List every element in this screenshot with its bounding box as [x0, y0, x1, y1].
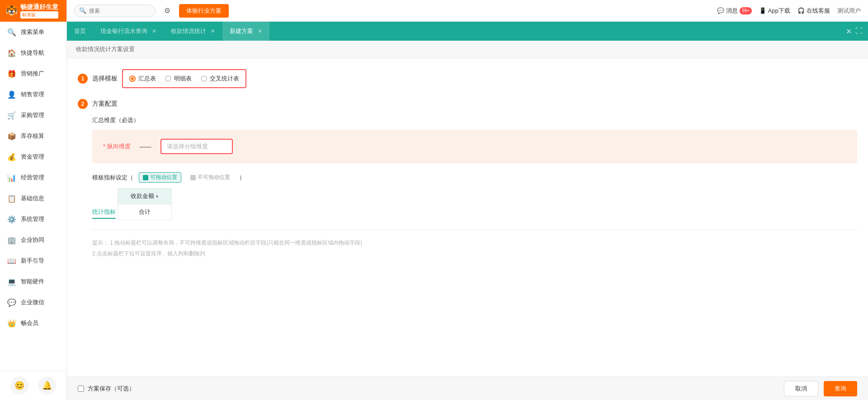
sidebar-logo: 🐯 畅捷通好生意 标准版	[0, 0, 66, 22]
dimension-select[interactable]: 请选择分组维度	[160, 139, 233, 154]
message-btn[interactable]: 💬 消息 99+	[717, 7, 752, 15]
sidebar-item-enterprise[interactable]: 🏢 企业协同	[0, 230, 66, 250]
step2-title: 方案配置	[92, 100, 118, 108]
username-label: 测试用户	[837, 7, 861, 15]
divider	[92, 230, 857, 230]
search-input[interactable]	[89, 8, 148, 14]
money-icon: 💰	[7, 152, 16, 161]
content-area: 1 选择模板 汇总表 明细表 交叉统计表	[67, 58, 868, 394]
main-content: 收款情况统计方案设置 1 选择模板 汇总表 明细表	[67, 41, 868, 400]
sidebar-item-member[interactable]: 👑 畅会员	[0, 313, 66, 334]
save-checkbox[interactable]	[78, 386, 84, 392]
dimension-area: * 纵向维度 —— 请选择分组维度	[92, 130, 857, 163]
gear-icon: ⚙️	[7, 215, 16, 224]
dimension-arrow: ——	[140, 143, 151, 150]
search-icon: 🔍	[79, 7, 86, 14]
dimension-select-placeholder: 请选择分组维度	[167, 142, 208, 151]
sidebar-logo-badge: 标准版	[20, 11, 58, 19]
step1-header: 1 选择模板 汇总表 明细表 交叉统计表	[78, 69, 857, 88]
non-draggable-badge: 不可拖动位置	[187, 173, 234, 182]
header-right: 💬 消息 99+ 📱 App下载 🎧 在线客服 测试用户	[717, 7, 861, 15]
sidebar-item-quick-nav[interactable]: 🏠 快捷导航	[0, 42, 66, 63]
service-icon: 🎧	[797, 7, 805, 14]
radio-crosstab[interactable]: 交叉统计表	[201, 75, 239, 83]
sidebar-item-finance[interactable]: 💰 资金管理	[0, 146, 66, 167]
sidebar-logo-text: 畅捷通好生意	[20, 3, 58, 11]
sidebar-item-sales[interactable]: 👤 销售管理	[0, 84, 66, 105]
message-icon: 💬	[717, 7, 724, 14]
download-icon: 📱	[759, 7, 766, 14]
tabbar-right: ✕ ⛶	[846, 27, 868, 36]
metrics-cell-subtotal: 合计	[118, 204, 171, 220]
tab-close-new-plan[interactable]: ✕	[258, 28, 262, 34]
step1-section: 1 选择模板 汇总表 明细表 交叉统计表	[78, 69, 857, 88]
sidebar-bottom-btn-2[interactable]: 🔔	[38, 376, 56, 395]
sidebar-item-marketing[interactable]: 🎁 营销推广	[0, 63, 66, 84]
sidebar-item-management[interactable]: 📊 经营管理	[0, 167, 66, 188]
save-label: 方案保存（可选）	[88, 385, 135, 393]
footer-left: 方案保存（可选）	[78, 385, 135, 393]
metrics-header: 模板指标设定（ 可拖动位置 不可拖动位置 ）	[92, 172, 857, 183]
step1-title: 选择模板	[92, 75, 118, 83]
metrics-table: 收款金额 ▾ 合计	[118, 188, 172, 220]
maximize-btn[interactable]: ⛶	[855, 27, 863, 35]
online-service-btn[interactable]: 🎧 在线客服	[797, 7, 830, 15]
stats-label: 统计指标	[92, 208, 116, 219]
close-tab-btn[interactable]: ✕	[846, 27, 852, 36]
footer: 方案保存（可选） 取消 查询	[67, 376, 868, 400]
sidebar: 🐯 畅捷通好生意 标准版 🔍 搜索菜单 🏠 快捷导航 🎁 营销推广 👤 销售管理…	[0, 0, 67, 400]
draggable-badge: 可拖动位置	[139, 172, 181, 183]
app-download-btn[interactable]: 📱 App下载	[759, 7, 790, 15]
tab-collection-stats[interactable]: 收款情况统计 ✕	[164, 22, 222, 41]
trial-btn[interactable]: 体验行业方案	[179, 4, 229, 18]
sidebar-item-guide[interactable]: 📖 新手引导	[0, 250, 66, 271]
tips-area: 提示： 1.拖动标题栏可以调整布局，不可跨维度或指标区域拖动栏目字段(只能在同一…	[92, 237, 857, 259]
cancel-button[interactable]: 取消	[784, 381, 818, 396]
sidebar-item-search[interactable]: 🔍 搜索菜单	[0, 22, 66, 42]
gift-icon: 🎁	[7, 69, 16, 78]
message-badge: 99+	[740, 7, 752, 14]
query-button[interactable]: 查询	[824, 381, 857, 396]
step2-num: 2	[78, 99, 88, 109]
chevron-down-icon: ▾	[156, 194, 158, 199]
header: 🔍 ⚙ 体验行业方案 💬 消息 99+ 📱 App下载 🎧 在线客服 测试用户	[67, 0, 868, 22]
user-icon: 👤	[7, 90, 16, 99]
chart-icon: 📊	[7, 173, 16, 182]
building-icon: 🏢	[7, 235, 16, 245]
radio-detail-circle[interactable]	[165, 75, 171, 82]
sidebar-item-hardware[interactable]: 💻 智能硬件	[0, 271, 66, 292]
sidebar-bottom-btn-1[interactable]: 😊	[10, 376, 28, 395]
sidebar-item-wechat[interactable]: 💬 企业微信	[0, 292, 66, 313]
tab-close-bank-flow[interactable]: ✕	[152, 28, 156, 34]
template-selector: 汇总表 明细表 交叉统计表	[122, 69, 246, 88]
step1-num: 1	[78, 74, 88, 84]
sidebar-item-system[interactable]: ⚙️ 系统管理	[0, 209, 66, 230]
footer-right: 取消 查询	[784, 381, 857, 396]
radio-summary[interactable]: 汇总表	[129, 75, 156, 83]
radio-detail[interactable]: 明细表	[165, 75, 192, 83]
tabbar: 首页 现金银行流水查询 ✕ 收款情况统计 ✕ 新建方案 ✕ ✕ ⛶	[67, 22, 868, 41]
crown-icon: 👑	[7, 319, 16, 328]
metrics-cell-amount[interactable]: 收款金额 ▾	[118, 188, 171, 204]
sidebar-item-basic-info[interactable]: 📋 基础信息	[0, 188, 66, 209]
tab-close-collection-stats[interactable]: ✕	[211, 28, 215, 34]
dimension-required-label: * 纵向维度	[103, 142, 131, 151]
sidebar-item-inventory[interactable]: 📦 库存核算	[0, 126, 66, 146]
radio-crosstab-circle[interactable]	[201, 75, 207, 82]
sidebar-item-purchase[interactable]: 🛒 采购管理	[0, 105, 66, 126]
metrics-section: 模板指标设定（ 可拖动位置 不可拖动位置 ） 统计指标	[92, 172, 857, 222]
header-search-box[interactable]: 🔍	[74, 5, 156, 17]
tab-home[interactable]: 首页	[67, 22, 93, 41]
tab-new-plan[interactable]: 新建方案 ✕	[222, 22, 269, 41]
settings-gear-icon[interactable]: ⚙	[161, 5, 174, 17]
step2-section: 2 方案配置 汇总维度（必选） * 纵向维度 —— 请选择分组维度	[78, 99, 857, 259]
cart-icon: 🛒	[7, 111, 16, 120]
sidebar-bottom: 😊 🔔	[0, 371, 66, 400]
box-icon: 📦	[7, 132, 16, 141]
step2-header: 2 方案配置	[78, 99, 857, 109]
dimension-section-label: 汇总维度（必选）	[92, 116, 857, 124]
tab-bank-flow[interactable]: 现金银行流水查询 ✕	[93, 22, 164, 41]
search-menu-icon: 🔍	[7, 28, 16, 37]
clipboard-icon: 📋	[7, 194, 16, 203]
radio-summary-circle[interactable]	[129, 75, 136, 82]
